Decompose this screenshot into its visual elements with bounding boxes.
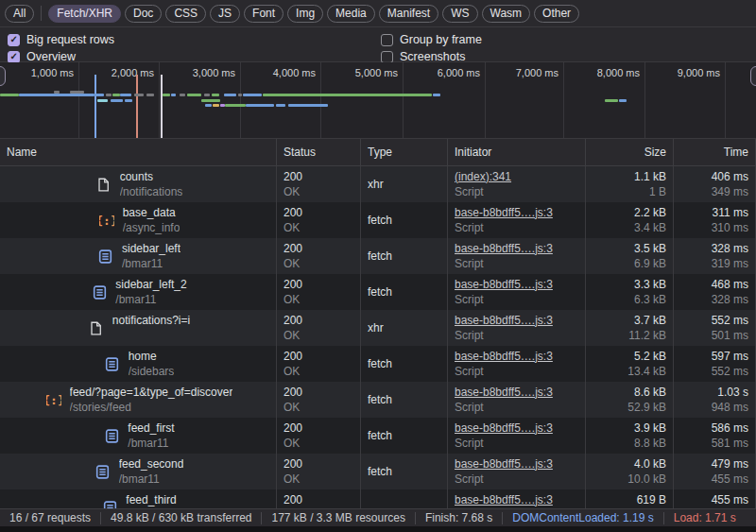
waterfall-bar: [19, 94, 94, 96]
request-row-base-data[interactable]: {:}base_data/async_info200OKfetchbase-b8…: [0, 202, 756, 238]
resource-size: 6.9 kB: [593, 257, 666, 271]
size-cell: 8.6 kB52.9 kB: [586, 382, 674, 418]
name-lines: notifications?i=i: [112, 314, 190, 343]
timeline-gridline: [644, 62, 645, 138]
initiator-link: base-b8bdff5….js:3: [455, 242, 578, 256]
filter-pill-font[interactable]: Font: [244, 5, 284, 23]
request-name: sidebar_left_2: [115, 278, 186, 292]
waterfall-bar: [180, 94, 185, 96]
transferred-size: 3.5 kB: [593, 242, 666, 256]
time-cell: 468 ms328 ms: [674, 274, 756, 310]
request-row-feed-page-1-type-of-discover[interactable]: {:}feed/?page=1&type_of=discover/stories…: [0, 382, 756, 418]
waterfall-bar: [125, 99, 132, 102]
overview-left-handle[interactable]: [0, 66, 6, 86]
filter-pill-wasm[interactable]: Wasm: [482, 5, 531, 23]
overview-checkbox[interactable]: [8, 51, 20, 63]
latency-time: 310 ms: [680, 221, 748, 235]
option-big-request-rows[interactable]: Big request rows: [8, 33, 114, 46]
group-by-frame-label: Group by frame: [400, 33, 482, 46]
size-cell: 2.2 kB3.4 kB: [586, 202, 674, 238]
request-row-sidebar-left-2[interactable]: sidebar_left_2/bmar11200OKfetchbase-b8bd…: [0, 274, 756, 310]
request-row-feed-first[interactable]: feed_first/bmar11200OKfetchbase-b8bdff5……: [0, 418, 756, 454]
column-header-time[interactable]: Time: [674, 139, 756, 165]
initiator-link-text[interactable]: base-b8bdff5….js:3: [455, 350, 553, 363]
total-time: 311 ms: [680, 206, 748, 220]
column-header-type[interactable]: Type: [361, 139, 448, 165]
filter-pill-fetch-xhr[interactable]: Fetch/XHR: [48, 5, 121, 23]
initiator-link-text[interactable]: base-b8bdff5….js:3: [455, 242, 553, 255]
transferred-size: 4.0 kB: [593, 457, 666, 472]
latency-time: 319 ms: [680, 257, 748, 271]
name-cell: {:}base_data/async_info: [0, 202, 277, 238]
initiator-kind: Script: [455, 185, 578, 199]
column-header-initiator[interactable]: Initiator: [448, 139, 586, 165]
waterfall-bar: [94, 94, 104, 96]
waterfall-bar: [0, 94, 19, 96]
waterfall-bar: [120, 94, 131, 96]
timeline-gridline: [485, 62, 486, 138]
screenshots-checkbox[interactable]: [381, 51, 393, 63]
request-path: /async_info: [123, 221, 180, 235]
summary-49-8-kb-630-kb-transferred: 49.8 kB / 630 kB transferred: [101, 512, 262, 524]
request-row-sidebar-left[interactable]: sidebar_left/bmar11200OKfetchbase-b8bdff…: [0, 238, 756, 274]
column-header-status[interactable]: Status: [277, 139, 361, 165]
initiator-link-text[interactable]: base-b8bdff5….js:3: [455, 493, 553, 506]
filter-pill-all[interactable]: All: [5, 5, 34, 23]
filter-pill-img[interactable]: Img: [287, 5, 323, 23]
waterfall-bar: [146, 94, 154, 96]
initiator-link-text[interactable]: base-b8bdff5….js:3: [455, 386, 553, 399]
waterfall-bar: [171, 94, 176, 96]
initiator-kind: Script: [455, 401, 578, 415]
option-screenshots[interactable]: Screenshots: [381, 50, 465, 63]
filter-pill-media[interactable]: Media: [327, 5, 375, 23]
column-header-size[interactable]: Size: [586, 139, 674, 165]
request-row-notifications-i-i[interactable]: notifications?i=i 200OKxhrbase-b8bdff5….…: [0, 310, 756, 346]
status-code: 200: [284, 206, 353, 220]
timeline-tick-label: 5,000 ms: [355, 67, 403, 78]
resource-size: 6.3 kB: [593, 293, 666, 307]
resource-size: 52.9 kB: [593, 401, 666, 415]
filter-pill-css[interactable]: CSS: [165, 5, 206, 23]
column-header-name[interactable]: Name: [0, 139, 277, 165]
total-time: 468 ms: [680, 278, 748, 292]
filter-pill-doc[interactable]: Doc: [125, 5, 162, 23]
request-row-feed-second[interactable]: feed_second/bmar11200OKfetchbase-b8bdff5…: [0, 454, 756, 489]
total-time: 1.03 s: [680, 386, 748, 400]
timeline-tick-label: 3,000 ms: [193, 67, 240, 78]
data-document-icon: [92, 284, 107, 300]
initiator-cell: base-b8bdff5….js:3Script: [448, 310, 586, 346]
timeline-gridline: [159, 62, 160, 138]
initiator-link-text[interactable]: base-b8bdff5….js:3: [455, 314, 553, 327]
big-request-rows-checkbox[interactable]: [8, 34, 20, 46]
filter-pill-manifest[interactable]: Manifest: [379, 5, 438, 23]
filter-pill-ws[interactable]: WS: [442, 5, 477, 23]
waterfall-bar: [225, 104, 246, 107]
initiator-link-text[interactable]: base-b8bdff5….js:3: [455, 278, 553, 291]
time-cell: 479 ms455 ms: [674, 454, 756, 489]
waterfall-bar: [187, 94, 201, 96]
initiator-link-text[interactable]: base-b8bdff5….js:3: [455, 206, 553, 219]
time-cell: 311 ms310 ms: [674, 202, 756, 238]
type-cell: xhr: [361, 310, 448, 346]
request-row-counts[interactable]: counts/notifications200OKxhr(index):341S…: [0, 166, 756, 202]
option-group-by-frame[interactable]: Group by frame: [381, 33, 482, 46]
request-type: fetch: [368, 465, 440, 479]
group-by-frame-checkbox[interactable]: [381, 34, 393, 46]
filter-pill-other[interactable]: Other: [534, 5, 579, 23]
request-name: counts: [120, 170, 183, 184]
request-row-home[interactable]: home/sidebars200OKfetchbase-b8bdff5….js:…: [0, 346, 756, 382]
waterfall-bar: [243, 94, 262, 96]
initiator-link-text[interactable]: base-b8bdff5….js:3: [455, 457, 553, 471]
option-overview[interactable]: Overview: [8, 50, 76, 63]
window-bottom-edge: [0, 526, 756, 532]
initiator-link-text[interactable]: (index):341: [455, 170, 511, 183]
request-name: sidebar_left: [122, 242, 180, 256]
overview-right-handle[interactable]: [750, 66, 756, 86]
request-row-feed-third[interactable]: feed_third 200 base-b8bdff5….js:3 619 B …: [0, 489, 756, 508]
network-overview-timeline[interactable]: 1,000 ms2,000 ms3,000 ms4,000 ms5,000 ms…: [0, 62, 756, 139]
name-cell: feed_second/bmar11: [0, 454, 277, 489]
filter-pill-js[interactable]: JS: [210, 5, 240, 23]
initiator-link-text[interactable]: base-b8bdff5….js:3: [455, 421, 553, 435]
data-document-icon: [105, 356, 120, 371]
waterfall-bar: [619, 99, 627, 102]
